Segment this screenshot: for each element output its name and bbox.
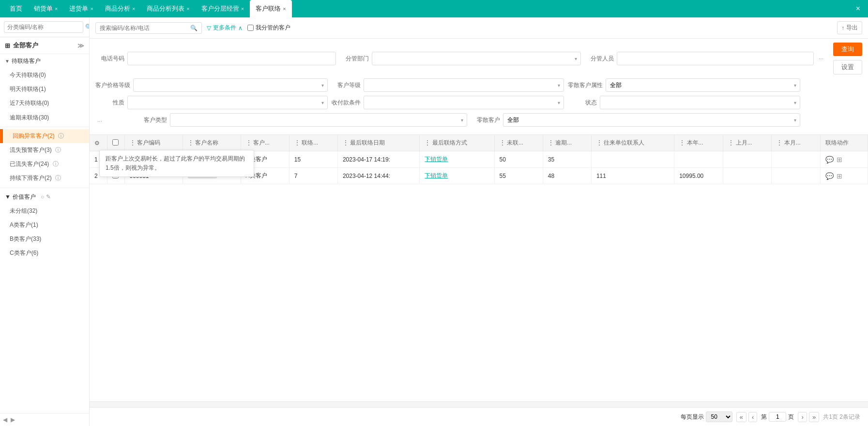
horizontal-scroll-inner [90,402,868,402]
sidebar-content: ⊞ 全部客户 ≫ ▼ 待联络客户 今天待联络(0) 明天待联络(1) 近7天待联… [0,37,89,413]
first-page-button[interactable]: « [736,412,746,422]
pagination-nav-buttons: « ‹ [736,412,758,422]
sidebar-pending-title[interactable]: ▼ 待联络客户 [0,54,89,68]
nav-purchase-order[interactable]: 进货单 × [63,0,99,17]
my-customers-checkbox[interactable] [247,25,254,31]
sidebar-item-unclassified[interactable]: 未分组(32) [0,204,89,218]
row2-chat-icon[interactable]: 💬 [825,172,834,180]
row1-this-month [772,151,820,168]
price-level-select[interactable] [133,78,328,92]
query-button[interactable]: 查询 [833,43,862,56]
phone-input[interactable] [127,52,336,65]
manager-input[interactable] [617,52,814,65]
sidebar-collapse-button[interactable]: ≫ [77,42,84,49]
row2-this-year: 10995.00 [674,168,723,184]
sidebar-search-input[interactable] [4,21,83,33]
window-close-button[interactable]: × [852,4,864,13]
row2-method-link[interactable]: 下销货单 [425,172,448,179]
nav-customer-contact[interactable]: 客户联络 × [250,0,291,17]
status-label: 状态 [568,99,597,107]
sidebar-item-class-c[interactable]: C类客户(6) [0,246,89,260]
search-input[interactable] [100,25,187,31]
retail-attr-select[interactable]: 全部 [606,78,800,92]
nav-close-product-list[interactable]: × [186,0,189,17]
status-select[interactable] [600,96,800,109]
nav-close-customer-tier[interactable]: × [241,0,244,17]
nav-close-purchase[interactable]: × [90,0,93,17]
row2-uncontacted: 55 [494,168,543,184]
row1-grid-icon[interactable]: ⊞ [837,156,842,163]
more-conditions-button[interactable]: ▽ 更多条件 ∧ [207,24,243,32]
sidebar-value-customers-title[interactable]: ▼ 价值客户 ○ ✎ [0,190,89,204]
dept-select[interactable] [372,52,580,65]
th-checkbox[interactable] [107,135,124,151]
row2-company-contact: 111 [591,168,674,184]
customer-type-select[interactable] [170,113,467,127]
sidebar-item-abnormal-repurchase[interactable]: 回购异常客户(2) ⓘ [0,129,89,143]
nav-sales-order[interactable]: 销货单 × [28,0,63,17]
nav-customer-tier[interactable]: 客户分层经营 × [196,0,250,17]
sidebar-pending-section: ▼ 待联络客户 今天待联络(0) 明天待联络(1) 近7天待联络(0) 逾期未联… [0,54,89,125]
row1-chat-icon[interactable]: 💬 [825,156,834,163]
row1-last-contact-date: 2023-04-17 14:19: [337,151,420,168]
gear-icon[interactable]: ⚙ [94,140,100,147]
retail-customer-label: 零散客户 [471,116,500,124]
dept-label: 分管部门 [340,55,369,63]
nav-close-product-analysis[interactable]: × [132,0,135,17]
filter-row-4: ... 客户类型 零散客户 全部 [95,113,862,127]
edit-pencil-icon[interactable]: ✎ [46,193,51,200]
customer-level-select[interactable] [364,78,564,92]
sidebar-item-lost-customers[interactable]: 已流失客户(24) ⓘ [0,157,89,171]
export-button[interactable]: ↑ 导出 [837,21,862,34]
row2-last-contact-method[interactable]: 下销货单 [420,168,494,184]
row1-method-link[interactable]: 下销货单 [425,156,448,162]
th-gear[interactable]: ⚙ [90,135,107,151]
sidebar-item-overdue[interactable]: 逾期未联络(30) [0,111,89,125]
setting-button[interactable]: 设置 [833,60,862,74]
sidebar-left-arrow[interactable]: ◀ [3,416,7,423]
per-page-select[interactable]: 50 20 100 [706,411,732,422]
next-page-button[interactable]: › [798,412,807,422]
row2-grid-icon[interactable]: ⊞ [837,172,842,180]
nav-product-analysis[interactable]: 商品分析 × [99,0,141,17]
last-page-button[interactable]: » [809,412,819,422]
row1-last-month [723,151,772,168]
retail-attr-label: 零散客户属性 [568,81,603,89]
select-all-checkbox[interactable] [112,139,119,146]
filter-rows-area: 电话号码 分管部门 分管人员 ··· 查询 [90,39,868,135]
sidebar-item-7days[interactable]: 近7天待联络(0) [0,96,89,110]
page-number-input[interactable] [769,412,786,422]
my-customers-checkbox-area[interactable]: 我分管的客户 [247,24,290,32]
more-conditions-dots[interactable]: ... [95,117,104,123]
th-company-contact: ⋮ 往来单位联系人 [591,135,674,151]
nav-close-sales[interactable]: × [55,0,58,17]
nav-close-customer-contact[interactable]: × [283,0,286,17]
sidebar-item-today[interactable]: 今天待联络(0) [0,68,89,82]
search-icon[interactable]: 🔍 [190,25,198,31]
edit-icon[interactable]: ○ [41,193,44,200]
retail-customer-select[interactable]: 全部 [503,113,800,127]
payment-select[interactable] [364,96,564,109]
prev-page-button[interactable]: ‹ [748,412,757,422]
sidebar-item-tomorrow[interactable]: 明天待联络(1) [0,82,89,96]
sidebar-item-class-b[interactable]: B类客户(33) [0,232,89,246]
sidebar-search-icon[interactable]: 🔍 [85,24,90,30]
sidebar: 🔍 ⊞ 全部客户 ≫ ▼ 待联络客户 今天待联络(0) 明天待联络(1) 近7天… [0,17,90,426]
sidebar-item-declining-customers[interactable]: 持续下滑客户(2) ⓘ [0,171,89,185]
main-layout: 🔍 ⊞ 全部客户 ≫ ▼ 待联络客户 今天待联络(0) 明天待联络(1) 近7天… [0,17,868,426]
nav-product-analysis-list[interactable]: 商品分析列表 × [141,0,195,17]
filter-row-2: 客户价格等级 客户等级 零散客户属性 [95,78,862,92]
sidebar-right-arrow[interactable]: ▶ [11,416,15,423]
more-dots-icon[interactable]: ··· [817,55,825,62]
th-action: 联络动作 [820,135,868,151]
horizontal-scrollbar[interactable] [90,401,868,407]
th-last-contact-method: ⋮ 最后联络方式 [420,135,494,151]
active-bar [1,129,3,143]
row1-last-contact-method[interactable]: 下销货单 [420,151,494,168]
th-overdue: ⋮ 逾期... [543,135,591,151]
sidebar-item-loss-warning[interactable]: 流失预警客户(3) ⓘ [0,143,89,157]
sidebar-item-class-a[interactable]: A类客户(1) [0,218,89,232]
nav-home[interactable]: 首页 [4,0,28,17]
nature-select[interactable] [127,96,328,109]
filter-search-box[interactable]: 🔍 [95,22,202,34]
